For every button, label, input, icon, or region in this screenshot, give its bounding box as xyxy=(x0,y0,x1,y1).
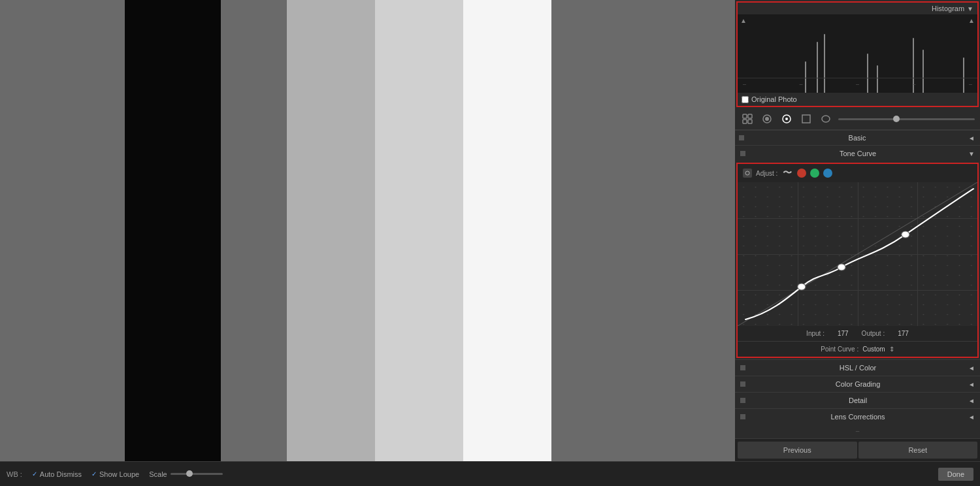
panel-bottom-buttons: Previous Reset xyxy=(735,438,980,461)
curve-info: Input : 177 Output : 177 xyxy=(738,326,977,341)
detail-label: Detail xyxy=(849,397,867,404)
hist-tick-2: – xyxy=(799,81,802,88)
image-preview xyxy=(0,0,735,461)
svg-point-10 xyxy=(745,171,749,175)
svg-rect-1 xyxy=(748,114,752,118)
hist-bottom-line xyxy=(738,78,977,78)
channel-blue-btn[interactable] xyxy=(823,169,832,178)
hist-arrow-right[interactable]: ▲ xyxy=(968,17,975,24)
input-label: Input : xyxy=(806,330,825,337)
svg-rect-3 xyxy=(748,120,752,123)
hist-ticks: – – – – – xyxy=(738,81,977,88)
point-curve-label: Point Curve : xyxy=(821,346,858,353)
hist-line-1 xyxy=(805,61,806,93)
previous-button[interactable]: Previous xyxy=(738,442,857,459)
hsl-header-left xyxy=(740,365,747,370)
color-grading-section-header[interactable]: Color Grading ◄ xyxy=(735,376,980,392)
original-photo-label: Original Photo xyxy=(751,95,797,103)
detail-arrow: ◄ xyxy=(968,397,975,404)
basic-section-header[interactable]: Basic ◄ xyxy=(735,130,980,145)
histogram-dropdown-icon[interactable]: ▼ xyxy=(967,5,973,12)
color-grading-toggle xyxy=(740,381,745,387)
bar-medium-gray2 xyxy=(375,0,463,461)
tone-curve-controls: Adjust : 〜 xyxy=(738,164,977,182)
channel-rgb-btn[interactable]: 〜 xyxy=(781,167,793,179)
svg-point-5 xyxy=(765,117,769,121)
main-area: Histogram ▼ ▲ ▲ – xyxy=(0,0,980,461)
channel-green-btn[interactable] xyxy=(810,169,819,178)
hsl-section-header[interactable]: HSL / Color ◄ xyxy=(735,359,980,376)
lens-corrections-toggle xyxy=(740,414,745,419)
tools-row xyxy=(735,108,980,130)
oval-icon[interactable] xyxy=(819,112,833,126)
brightness-slider[interactable] xyxy=(838,118,975,120)
svg-rect-8 xyxy=(802,115,810,123)
histogram-section: Histogram ▼ ▲ ▲ – xyxy=(736,1,979,107)
auto-dismiss-item: ✓ Auto Dismiss xyxy=(32,470,82,478)
bottom-bar: WB : ✓ Auto Dismiss ✓ Show Loupe Scale D… xyxy=(0,461,980,486)
hsl-arrow: ◄ xyxy=(968,364,975,372)
curve-point-2 xyxy=(902,231,909,238)
wb-label: WB : xyxy=(7,470,22,478)
output-label: Output : xyxy=(862,330,885,337)
curve-point-3 xyxy=(798,284,806,290)
color-grading-header-left xyxy=(740,381,747,387)
original-photo-checkbox[interactable] xyxy=(742,96,749,103)
bar-right-gray xyxy=(551,0,735,461)
svg-point-7 xyxy=(785,118,788,120)
color-grading-label: Color Grading xyxy=(836,380,880,388)
grayscale-bars xyxy=(0,0,735,461)
brightness-slider-knob xyxy=(893,116,900,122)
bar-mid-gap xyxy=(221,0,257,461)
square-icon[interactable] xyxy=(799,112,813,126)
hist-arrow-left[interactable]: ▲ xyxy=(740,17,747,24)
bar-left-gray xyxy=(0,0,125,461)
basic-toggle xyxy=(739,135,744,140)
tone-curve-arrow: ▼ xyxy=(968,150,975,157)
histogram-footer: Original Photo xyxy=(738,93,977,106)
tone-curve-section: Adjust : 〜 xyxy=(736,163,979,358)
svg-rect-0 xyxy=(743,114,747,118)
histogram-canvas: ▲ ▲ – – – – – xyxy=(738,14,977,93)
auto-dismiss-checkmark: ✓ xyxy=(32,470,37,478)
basic-label: Basic xyxy=(849,134,866,142)
detail-section-header[interactable]: Detail ◄ xyxy=(735,392,980,408)
input-value: 177 xyxy=(838,330,849,337)
adjust-label: Adjust : xyxy=(756,170,777,177)
show-loupe-checkmark: ✓ xyxy=(91,470,97,478)
curve-canvas[interactable] xyxy=(738,182,977,326)
detail-toggle xyxy=(740,398,745,403)
svg-rect-2 xyxy=(743,120,747,123)
tone-curve-header[interactable]: Tone Curve ▼ xyxy=(735,145,980,161)
done-button[interactable]: Done xyxy=(938,468,973,481)
scale-slider[interactable] xyxy=(171,473,223,475)
hist-tick-1: – xyxy=(743,81,746,88)
bar-medium-gray1 xyxy=(287,0,375,461)
channel-red-btn[interactable] xyxy=(797,169,806,178)
curve-point-1 xyxy=(838,264,845,270)
bar-light-start xyxy=(257,0,287,461)
lens-corrections-section-header[interactable]: Lens Corrections ◄ xyxy=(735,408,980,425)
lens-corrections-arrow: ◄ xyxy=(968,413,975,421)
bar-black xyxy=(125,0,220,461)
point-curve-row: Point Curve : Custom ⇕ xyxy=(738,341,977,357)
crop-circle-icon[interactable] xyxy=(760,112,774,126)
lens-corrections-label: Lens Corrections xyxy=(830,413,885,421)
point-curve-value: Custom xyxy=(862,346,885,353)
curve-settings-icon[interactable] xyxy=(743,169,752,178)
hsl-toggle xyxy=(740,365,745,370)
hist-tick-5: – xyxy=(969,81,972,88)
point-curve-dropdown[interactable]: ⇕ xyxy=(889,346,894,353)
basic-header-left xyxy=(739,135,746,140)
lens-corrections-header-left xyxy=(740,414,747,419)
hsl-label: HSL / Color xyxy=(840,364,876,372)
scale-knob xyxy=(186,470,193,477)
output-value: 177 xyxy=(898,330,909,337)
histogram-title: Histogram xyxy=(932,5,964,12)
tone-curve-toggle xyxy=(740,151,745,156)
scale-label: Scale xyxy=(149,470,167,478)
dot-circle-icon[interactable] xyxy=(779,112,794,126)
grid-icon[interactable] xyxy=(740,112,755,126)
color-grading-arrow: ◄ xyxy=(968,381,975,388)
reset-button[interactable]: Reset xyxy=(858,442,978,459)
